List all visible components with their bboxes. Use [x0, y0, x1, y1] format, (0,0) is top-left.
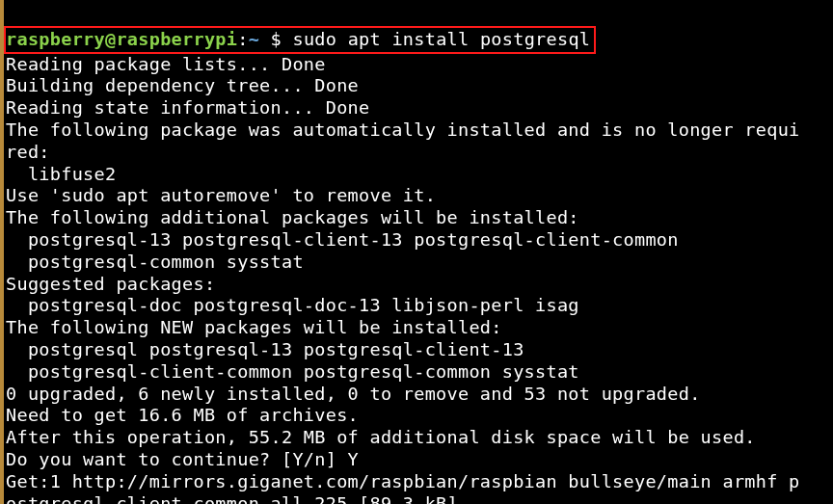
- prompt-user-host: raspberry@raspberrypi: [6, 29, 237, 49]
- output-line: postgresql-doc postgresql-doc-13 libjson…: [6, 295, 833, 317]
- output-line: postgresql-common sysstat: [6, 252, 833, 274]
- terminal-output[interactable]: raspberry@raspberrypi:~ $ sudo apt insta…: [0, 0, 833, 504]
- output-line: The following package was automatically …: [6, 119, 833, 142]
- prompt-colon: :: [237, 29, 248, 49]
- output-line: postgresql-13 postgresql-client-13 postg…: [6, 229, 833, 252]
- output-line: postgresql postgresql-13 postgresql-clie…: [6, 339, 833, 361]
- output-line: After this operation, 55.2 MB of additio…: [6, 427, 833, 449]
- output-line: The following additional packages will b…: [6, 207, 833, 229]
- output-line: Reading package lists... Done: [6, 54, 833, 76]
- output-line: Do you want to continue? [Y/n] Y: [6, 449, 833, 471]
- output-line: postgresql-client-common postgresql-comm…: [6, 361, 833, 384]
- output-line: Reading state information... Done: [6, 97, 833, 119]
- command-highlight-box: raspberry@raspberrypi:~ $ sudo apt insta…: [4, 26, 596, 54]
- prompt-path: ~: [249, 29, 259, 49]
- output-line: ostgresql-client-common all 225 [89.3 kB…: [6, 493, 833, 504]
- output-line: Get:1 http://mirrors.giganet.com/raspbia…: [6, 471, 833, 493]
- output-line: 0 upgraded, 6 newly installed, 0 to remo…: [6, 384, 833, 406]
- output-line: Suggested packages:: [6, 274, 833, 296]
- prompt-dollar: $: [259, 29, 292, 49]
- window-left-edge: [0, 0, 4, 504]
- output-line: Use 'sudo apt autoremove' to remove it.: [6, 185, 833, 207]
- output-line: red:: [6, 142, 833, 164]
- output-line: libfuse2: [6, 164, 833, 186]
- output-line: Need to get 16.6 MB of archives.: [6, 405, 833, 427]
- output-line: The following NEW packages will be insta…: [6, 317, 833, 339]
- command-text: sudo apt install postgresql: [292, 29, 590, 49]
- output-line: Building dependency tree... Done: [6, 75, 833, 97]
